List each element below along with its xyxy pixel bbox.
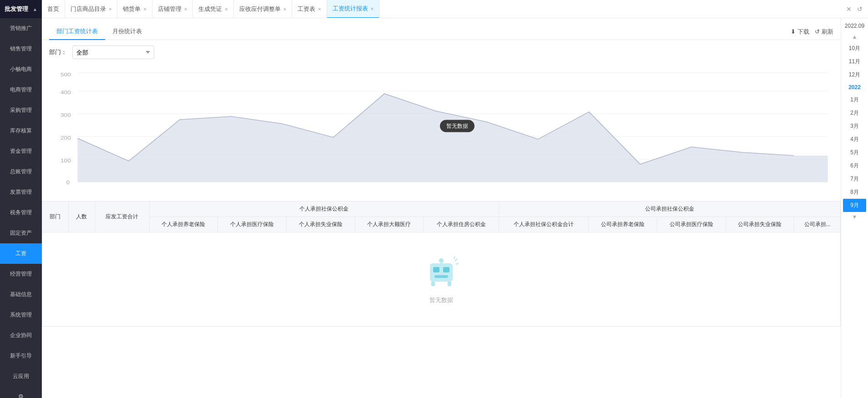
- filter-label: 部门：: [49, 48, 67, 56]
- sidebar-item-purchase[interactable]: 采购管理: [0, 100, 42, 121]
- svg-rect-17: [431, 282, 435, 286]
- svg-text:0: 0: [66, 180, 70, 185]
- date-panel-item-nov[interactable]: 11月: [843, 55, 866, 68]
- gear-icon: ⚙: [18, 393, 24, 398]
- window-close-button[interactable]: ✕: [844, 5, 853, 14]
- tab-close-payroll-report[interactable]: ×: [371, 6, 373, 11]
- svg-rect-15: [443, 267, 449, 272]
- tab-close-ap-adjustment[interactable]: ×: [283, 6, 286, 12]
- tab-store-catalog[interactable]: 门店商品目录×: [65, 0, 117, 18]
- date-panel-item-2022-09[interactable]: 2022.09: [843, 20, 866, 32]
- sub-tabs-left: 部门工资统计表 月份统计表: [49, 24, 149, 40]
- svg-text:200: 200: [61, 135, 71, 141]
- refresh-button[interactable]: ↺ 刷新: [815, 28, 833, 36]
- col-company-medical: 公司承担医疗保险: [657, 217, 726, 232]
- tab-produce-voucher[interactable]: 生成凭证×: [193, 0, 233, 18]
- sidebar-collapse-icon[interactable]: ▲: [33, 7, 37, 12]
- date-panel-year-2022-label: 2022: [843, 81, 866, 93]
- tab-close-store-catalog[interactable]: ×: [109, 6, 111, 12]
- data-table: 部门 人数 应发工资合计 个人承担社保公积金 公司承担社保公积金 个人承担养老保…: [42, 201, 841, 327]
- svg-rect-14: [433, 267, 439, 272]
- date-panel-item-oct[interactable]: 10月: [843, 42, 866, 55]
- col-personal-medical: 个人承担医疗保险: [218, 217, 287, 232]
- filter-row: 部门： 全部: [42, 40, 841, 65]
- sub-tabs-right: ⬇ 下载 ↺ 刷新: [791, 28, 833, 36]
- sidebar-item-sales[interactable]: 销售管理: [0, 39, 42, 59]
- sidebar-item-ledger[interactable]: 总账管理: [0, 161, 42, 182]
- download-button[interactable]: ⬇ 下载: [791, 28, 809, 36]
- col-count: 人数: [68, 202, 95, 232]
- tab-home[interactable]: 首页: [42, 0, 65, 18]
- sidebar-item-basic-info[interactable]: 基础信息: [0, 284, 42, 305]
- svg-line-21: [455, 259, 457, 261]
- date-panel-item-jul[interactable]: 7月: [843, 172, 866, 186]
- col-personal-housing: 个人承担住房公积金: [424, 217, 499, 232]
- date-panel-item-may[interactable]: 5月: [843, 146, 866, 159]
- sidebar-item-inventory[interactable]: 库存核算: [0, 121, 42, 141]
- download-icon: ⬇: [791, 28, 796, 35]
- date-panel-item-dec[interactable]: 12月: [843, 68, 866, 81]
- sidebar-title: 批发管理: [5, 5, 28, 13]
- chart-area: 0 100 200 300 400 500: [42, 65, 841, 201]
- sidebar-item-new-guide[interactable]: 新手引导: [0, 346, 42, 366]
- tab-sales-order[interactable]: 销货单×: [117, 0, 152, 18]
- table-area[interactable]: 部门 人数 应发工资合计 个人承担社保公积金 公司承担社保公积金 个人承担养老保…: [42, 201, 841, 398]
- col-personal-pension: 个人承担养老保险: [149, 217, 218, 232]
- tab-store-manage[interactable]: 店铺管理×: [152, 0, 193, 18]
- sidebar-header[interactable]: 批发管理 ▲: [0, 0, 42, 18]
- svg-line-23: [454, 257, 455, 259]
- date-panel-item-sep[interactable]: 9月: [843, 199, 866, 212]
- sidebar-item-operations[interactable]: 经营管理: [0, 264, 42, 284]
- tab-close-store-manage[interactable]: ×: [184, 6, 187, 12]
- col-company-pension: 公司承担养老保险: [589, 217, 657, 232]
- tab-dept-stats[interactable]: 部门工资统计表: [49, 24, 105, 40]
- tab-close-sales-order[interactable]: ×: [143, 6, 146, 12]
- tab-payroll-report[interactable]: 工资统计报表×: [327, 0, 379, 18]
- date-panel-arrow-up-arrow[interactable]: ▲: [843, 32, 866, 42]
- sidebar-item-marketing[interactable]: 营销推广: [0, 18, 42, 39]
- dept-filter-select[interactable]: 全部: [72, 45, 154, 59]
- date-panel-item-apr[interactable]: 4月: [843, 133, 866, 146]
- sidebar-item-ecommerce[interactable]: 电商管理: [0, 80, 42, 100]
- refresh-icon: ↺: [815, 28, 820, 35]
- col-company-more: 公司承担...: [794, 217, 841, 232]
- chart-svg: 0 100 200 300 400 500: [49, 68, 833, 186]
- table-empty-state: 暂无数据: [42, 232, 841, 327]
- svg-marker-12: [77, 94, 828, 182]
- date-panel-item-jun[interactable]: 6月: [843, 159, 866, 172]
- sidebar-item-assets[interactable]: 固定资产: [0, 223, 42, 243]
- sidebar-item-enterprise[interactable]: 企业协同: [0, 325, 42, 346]
- empty-icon: [423, 254, 459, 291]
- tab-close-payroll-table[interactable]: ×: [318, 6, 321, 12]
- date-panel-arrow-down-arrow[interactable]: ▼: [843, 212, 866, 222]
- col-personal-unemployment: 个人承担失业保险: [286, 217, 355, 232]
- svg-line-22: [456, 263, 459, 264]
- sidebar-item-payroll[interactable]: 工资: [0, 243, 42, 264]
- tab-payroll-table[interactable]: 工资表×: [292, 0, 327, 18]
- sidebar-item-sys-manage[interactable]: 系统管理: [0, 305, 42, 325]
- empty-state: 暂无数据: [47, 236, 836, 322]
- date-panel-item-aug[interactable]: 8月: [843, 186, 866, 199]
- col-personal-large-medical: 个人承担大额医疗: [355, 217, 424, 232]
- empty-label: 暂无数据: [429, 296, 453, 304]
- tab-monthly-stats[interactable]: 月份统计表: [105, 24, 149, 40]
- sidebar-item-mini-commerce[interactable]: 小畅电商: [0, 59, 42, 80]
- refresh-label: 刷新: [822, 28, 833, 36]
- col-company-unemployment: 公司承担失业保险: [726, 217, 794, 232]
- tab-close-produce-voucher[interactable]: ×: [225, 6, 227, 12]
- date-panel-item-mar[interactable]: 3月: [843, 120, 866, 133]
- sidebar-item-cloud-apps[interactable]: 云应用: [0, 366, 42, 387]
- date-panel: 2022.09▲10月11月12月20221月2月3月4月5月6月7月8月9月▼: [841, 18, 868, 398]
- col-personal-social: 个人承担社保公积金: [149, 202, 499, 217]
- sidebar: 批发管理 ▲ 营销推广销售管理小畅电商电商管理采购管理库存核算资金管理总账管理发…: [0, 0, 42, 398]
- date-panel-item-feb[interactable]: 2月: [843, 106, 866, 120]
- sidebar-item-invoice[interactable]: 发票管理: [0, 182, 42, 202]
- tab-ap-adjustment[interactable]: 应收应付调整单×: [234, 0, 292, 18]
- window-refresh-button[interactable]: ↺: [855, 5, 864, 14]
- sidebar-settings-button[interactable]: ⚙: [0, 387, 42, 398]
- sidebar-item-finance[interactable]: 资金管理: [0, 141, 42, 161]
- sidebar-item-tax[interactable]: 税务管理: [0, 202, 42, 223]
- date-panel-item-jan[interactable]: 1月: [843, 93, 866, 106]
- download-label: 下载: [797, 28, 809, 36]
- svg-point-19: [439, 258, 444, 263]
